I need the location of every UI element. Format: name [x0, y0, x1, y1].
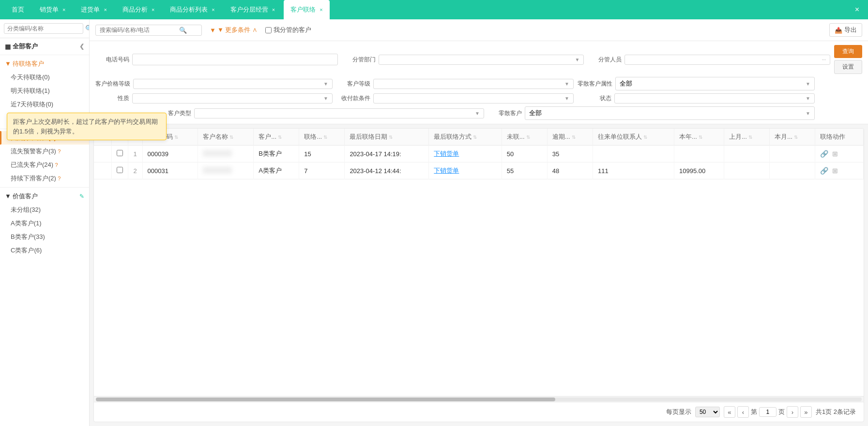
filter-type-select[interactable]: ▼ — [194, 108, 484, 118]
row1-grid-icon[interactable]: ⊞ — [832, 150, 838, 158]
row1-this-year — [674, 146, 724, 162]
horizontal-scrollbar[interactable] — [94, 396, 864, 402]
col-last-way-header[interactable]: 最后联络方式 ⇅ — [429, 129, 502, 146]
row1-link-icon[interactable]: 🔗 — [820, 150, 828, 158]
prev-page-button[interactable]: ‹ — [737, 406, 749, 418]
sidebar-item-churn-warning[interactable]: 流失预警客户(3) ? — [0, 145, 89, 158]
col-no-contact-header[interactable]: 未联... ⇅ — [502, 129, 547, 146]
col-this-month-header[interactable]: 本月... ⇅ — [770, 129, 815, 146]
row2-code[interactable]: 000031 — [142, 162, 198, 179]
row1-code[interactable]: 000039 — [142, 146, 198, 162]
search-input[interactable] — [100, 27, 177, 33]
churned-info-icon[interactable]: ? — [55, 162, 58, 168]
table-wrapper[interactable]: ⚙ 客户编码 ⇅ — [94, 129, 864, 396]
sidebar-item-class-b[interactable]: B类客户(33) — [0, 230, 89, 244]
col-last-month-header[interactable]: 上月... ⇅ — [724, 129, 769, 146]
nav-tab-customer-tier[interactable]: 客户分层经营 × — [224, 0, 282, 19]
nav-tab-product-analysis-list[interactable]: 商品分析列表 × — [163, 0, 221, 19]
sidebar-search-input[interactable] — [4, 23, 83, 34]
first-page-button[interactable]: « — [724, 406, 735, 418]
close-customer-tier-tab[interactable]: × — [272, 7, 275, 13]
filter-price-select[interactable]: ▼ — [133, 79, 333, 89]
filter-row-1: 电话号码 分管部门 ▼ 分管人员 ··· — [95, 45, 862, 74]
sidebar-item-class-a[interactable]: A类客户(1) — [0, 217, 89, 230]
filter-level-select[interactable]: ▼ — [373, 79, 574, 89]
col-type-header[interactable]: 客户... ⇅ — [254, 129, 299, 146]
scroll-thumb[interactable] — [96, 397, 555, 401]
group-edit-icon[interactable]: ✎ — [79, 193, 84, 200]
filter-manager-label: 分管人员 — [588, 56, 622, 64]
row1-checkbox[interactable] — [117, 150, 123, 156]
content-area: 🔍 ▼ ▼ 更多条件 ∧ 我分管的客户 📤 导出 电话号码 — [90, 19, 868, 426]
nav-tab-product-analysis[interactable]: 商品分析 × — [116, 0, 161, 19]
sidebar-item-declining[interactable]: 持续下滑客户(2) ? — [0, 172, 89, 185]
export-button[interactable]: 📤 导出 — [829, 23, 862, 37]
page-navigation: « ‹ 第 页 › » — [724, 406, 812, 418]
table-header-row: ⚙ 客户编码 ⇅ — [94, 129, 864, 146]
filter-row-2: 客户价格等级 ▼ 客户等级 ▼ 零散客户属性 全部 — [95, 77, 862, 90]
sidebar-item-7days[interactable]: 近7天待联络(0) — [0, 98, 89, 111]
col-last-date-header[interactable]: 最后联络日期 ⇅ — [345, 129, 429, 146]
last-page-button[interactable]: » — [800, 406, 812, 418]
window-close-button[interactable]: × — [851, 5, 863, 14]
customer-table: ⚙ 客户编码 ⇅ — [94, 129, 864, 179]
close-customer-contact-tab[interactable]: × — [320, 7, 322, 13]
col-unit-contact-header[interactable]: 往来单位联系人 ⇅ — [593, 129, 674, 146]
filter-manager-select[interactable]: ··· — [624, 55, 830, 65]
col-contact-count-header[interactable]: 联络... ⇅ — [299, 129, 345, 146]
row1-last-way[interactable]: 下销货单 — [429, 146, 502, 162]
sidebar-item-class-c[interactable]: C类客户(6) — [0, 244, 89, 257]
sidebar-item-ungrouped[interactable]: 未分组(32) — [0, 203, 89, 217]
filter-phone-input[interactable] — [132, 54, 338, 65]
query-button[interactable]: 查询 — [834, 45, 862, 58]
col-name-header[interactable]: 客户名称 ⇅ — [198, 129, 254, 146]
churn-warning-info-icon[interactable]: ? — [58, 148, 61, 154]
row2-checkbox[interactable] — [117, 167, 123, 173]
filter-dept-select[interactable]: ▼ — [379, 55, 584, 65]
sidebar-search-area: 🔍 — [0, 19, 89, 38]
row2-this-month — [770, 162, 815, 179]
settings-button[interactable]: 设置 — [834, 60, 862, 74]
nav-tab-purchase[interactable]: 进货单 × — [74, 0, 113, 19]
row1-name-blurred — [203, 150, 232, 157]
pending-section-title[interactable]: ▼ 待联络客户 — [0, 57, 89, 71]
sidebar-item-today[interactable]: 今天待联络(0) — [0, 71, 89, 84]
search-icon[interactable]: 🔍 — [179, 27, 187, 34]
row2-last-way[interactable]: 下销货单 — [429, 162, 502, 179]
col-action-header: 联络动作 — [815, 129, 864, 146]
filter-payment-select[interactable]: ▼ — [373, 93, 574, 103]
nav-tab-home[interactable]: 首页 — [5, 0, 31, 19]
close-analysis-list-tab[interactable]: × — [212, 7, 214, 13]
next-page-button[interactable]: › — [787, 406, 798, 418]
filter-nature-select[interactable]: ▼ — [132, 93, 333, 103]
sidebar-item-churned[interactable]: 已流失客户(24) ? — [0, 158, 89, 172]
col-overdue-header[interactable]: 逾期... ⇅ — [547, 129, 593, 146]
toolbar: 🔍 ▼ ▼ 更多条件 ∧ 我分管的客户 📤 导出 — [90, 19, 868, 41]
filter-status-select[interactable]: ▼ — [614, 93, 815, 103]
per-page-select[interactable]: 50 100 200 — [695, 407, 720, 417]
sidebar-all-customers[interactable]: ▦ 全部客户 ❮ — [0, 38, 89, 55]
unit-contact-sort-icon: ⇅ — [643, 134, 647, 140]
nav-tab-sales[interactable]: 销货单 × — [33, 0, 72, 19]
close-purchase-tab[interactable]: × — [104, 7, 107, 13]
row2-link-icon[interactable]: 🔗 — [820, 167, 828, 175]
sidebar-collapse-icon[interactable]: ❮ — [79, 43, 84, 50]
nav-tab-customer-contact[interactable]: 客户联络 × — [284, 0, 329, 19]
sidebar-item-tomorrow[interactable]: 明天待联络(1) — [0, 84, 89, 98]
value-customer-group-title[interactable]: ▼ 价值客户 ✎ — [0, 190, 89, 203]
filter-scatter-cust-select[interactable]: 全部 ▼ — [525, 106, 815, 120]
status-down-arrow: ▼ — [806, 96, 810, 101]
declining-info-icon[interactable]: ? — [58, 176, 61, 181]
col-this-year-header[interactable]: 本年... ⇅ — [674, 129, 724, 146]
row2-grid-icon[interactable]: ⊞ — [832, 167, 838, 175]
my-customer-checkbox[interactable] — [265, 27, 272, 33]
close-sales-tab[interactable]: × — [62, 7, 65, 13]
filter-manager: 分管人员 ··· — [588, 55, 830, 65]
sidebar-search-icon[interactable]: 🔍 — [85, 25, 90, 32]
close-analysis-tab[interactable]: × — [152, 7, 154, 13]
page-number-input[interactable] — [759, 407, 777, 417]
more-filter-button[interactable]: ▼ ▼ 更多条件 ∧ — [206, 24, 261, 36]
row2-name — [198, 162, 254, 179]
filter-scatter-select[interactable]: 全部 ▼ — [615, 77, 815, 90]
row2-overdue: 48 — [547, 162, 593, 179]
